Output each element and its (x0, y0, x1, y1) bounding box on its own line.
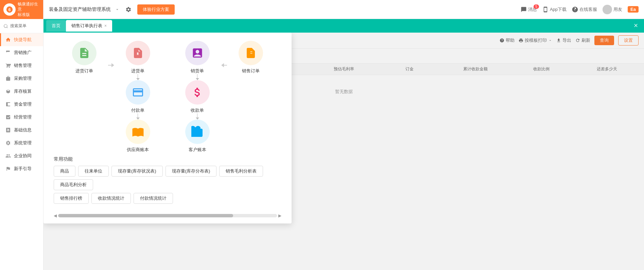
scroll-track[interactable] (58, 214, 277, 217)
sales-order-circle (239, 41, 263, 65)
flow-node-purchase-bill[interactable]: 进货单 (114, 41, 162, 74)
search-menu-button[interactable]: 搜索菜单 (3, 22, 40, 30)
svg-text:6: 6 (8, 7, 11, 12)
spacer4 (227, 74, 275, 80)
btn-product-profit[interactable]: 商品毛利分析 (54, 179, 93, 190)
receipt-label: 收款单 (191, 107, 204, 113)
supplier-ledger-circle (126, 120, 150, 144)
tab-close-icon[interactable]: × (104, 23, 107, 28)
flow-node-supplier-ledger[interactable]: 供应商账本 (114, 120, 162, 153)
sidebar-item-sales[interactable]: 销售管理 (0, 59, 43, 72)
flag-icon (5, 166, 11, 172)
flow-node-purchase-order[interactable]: 进货订单 (60, 41, 108, 74)
btn-partner[interactable]: 往来单位 (78, 166, 109, 177)
flow-node-receipt[interactable]: 收款单 (174, 80, 221, 113)
tab-close-right[interactable] (630, 23, 641, 29)
btn-stock-dist[interactable]: 现存量(库存分布表) (166, 166, 217, 177)
logo-icon: 6 (3, 3, 16, 16)
sidebar-search[interactable]: 搜索菜单 (0, 19, 43, 33)
btn-stock-status[interactable]: 现存量(库存状况表) (111, 166, 163, 177)
tab-sales-order-label: 销售订单执行表 (71, 23, 102, 29)
flow-node-customer-ledger[interactable]: 客户账本 (174, 120, 221, 153)
flow-section: 进货订单 进货单 (43, 33, 292, 156)
bag-icon (5, 75, 11, 82)
sidebar-item-inventory[interactable]: 库存核算 (0, 85, 43, 98)
supplier-ledger-label: 供应商账本 (127, 147, 149, 153)
common-section: 常用功能 商品 往来单位 现存量(库存状况表) 现存量(库存分布表) 销售毛利分… (43, 156, 292, 212)
arrow-down-sales (174, 74, 221, 80)
sidebar-item-purchase[interactable]: 采购管理 (0, 72, 43, 85)
btn-sales-rank[interactable]: 销售排行榜 (54, 193, 89, 204)
search-label: 搜索菜单 (10, 23, 27, 29)
tab-sales-order[interactable]: 销售订单执行表 × (66, 20, 112, 32)
s4 (221, 113, 227, 120)
payment-circle (126, 80, 150, 105)
sales-bill-circle (185, 41, 210, 65)
sidebar-item-finance[interactable]: 资金管理 (0, 98, 43, 111)
s5 (227, 113, 275, 120)
message-item[interactable]: 5 消息 (521, 6, 537, 13)
btn-payment-stat[interactable]: 付款情况统计 (134, 193, 173, 204)
purchase-order-label: 进货订单 (75, 68, 93, 74)
sidebar-item-label: 采购管理 (14, 75, 32, 82)
user-label: 用友 (613, 6, 622, 13)
sidebar-item-label: 新手引导 (14, 166, 32, 172)
sales-bill-label: 销货单 (191, 68, 204, 74)
scroll-right-btn[interactable]: ▶ (278, 213, 281, 218)
sidebar-item-label: 经营管理 (14, 114, 32, 120)
system-title: 装备及固定资产辅助管理系统 (49, 6, 111, 13)
s2 (108, 113, 114, 120)
service-label: 在线客服 (579, 6, 597, 13)
flow-row-3: 供应商账本 客户账本 (54, 120, 281, 153)
service-item[interactable]: 在线客服 (572, 6, 597, 13)
arrow-down-receipt (174, 113, 221, 120)
arrow-sales-order-to-bill (221, 63, 227, 74)
spacer2 (162, 74, 174, 80)
spacer3 (221, 74, 227, 80)
sidebar-item-guide[interactable]: 新手引导 (0, 162, 43, 175)
app-download-item[interactable]: App下载 (542, 6, 567, 13)
flow-node-sales-order[interactable]: 销售订单 (227, 41, 275, 74)
system-dropdown[interactable] (115, 7, 120, 12)
sidebar-logo: 6 畅康通好生意 标准版 (0, 0, 43, 19)
sidebar-nav: 快捷导航 营销推广 销售管理 采购管理 库存核算 (0, 33, 43, 270)
purchase-order-circle (72, 41, 97, 65)
sidebar-item-system[interactable]: 系统管理 (0, 137, 43, 149)
arrow-down-purchase (114, 74, 162, 80)
btn-sales-profit[interactable]: 销售毛利分析表 (219, 166, 263, 177)
tab-home-label: 首页 (52, 23, 60, 29)
message-badge: 5 (534, 4, 539, 9)
flow-node-payment[interactable]: 付款单 (114, 80, 162, 113)
cart-icon (5, 62, 11, 69)
sidebar-item-marketing[interactable]: 营销推广 (0, 46, 43, 59)
tab-home[interactable]: 首页 (46, 20, 66, 32)
sidebar-item-label: 企业协同 (14, 153, 32, 159)
btn-product[interactable]: 商品 (54, 166, 75, 177)
arrow-down-payment (114, 113, 162, 120)
sidebar-item-label: 营销推广 (14, 50, 32, 56)
spacer1 (60, 74, 108, 80)
modal-overlay: 进货订单 进货单 (43, 33, 644, 270)
sidebar-item-label: 销售管理 (14, 62, 32, 69)
sidebar-item-enterprise[interactable]: 企业协同 (0, 149, 43, 162)
try-btn[interactable]: 体验行业方案 (137, 4, 175, 15)
purchase-bill-label: 进货单 (131, 68, 144, 74)
flow-node-sales-bill[interactable]: 销货单 (174, 41, 221, 74)
s3 (162, 113, 174, 120)
scroll-left-btn[interactable]: ◀ (54, 213, 57, 218)
sidebar-item-quick-nav[interactable]: 快捷导航 (0, 33, 43, 46)
sidebar-item-basic[interactable]: 基础信息 (0, 124, 43, 137)
sidebar-item-business[interactable]: 经营管理 (0, 111, 43, 124)
settings-icon[interactable] (124, 5, 133, 14)
sidebar-item-label: 基础信息 (14, 127, 32, 133)
logo-text: 畅康通好生意 标准版 (18, 2, 40, 18)
s1 (60, 113, 108, 120)
flow-row-1: 进货订单 进货单 (54, 41, 281, 74)
info-icon (5, 127, 11, 133)
flow-arrows-down (54, 74, 281, 80)
common-btns-row2: 销售排行榜 收款情况统计 付款情况统计 (54, 193, 281, 204)
user-item[interactable]: 用友 (603, 5, 622, 14)
app-label: App下载 (550, 6, 567, 13)
btn-receipt-stat[interactable]: 收款情况统计 (91, 193, 131, 204)
avatar (603, 5, 612, 14)
